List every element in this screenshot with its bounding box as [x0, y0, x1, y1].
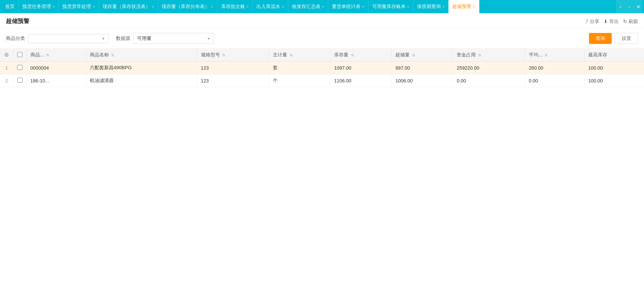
capital-use-label: 资金占用 [457, 52, 476, 58]
nav-arrows: ‹ › ✕ [616, 0, 643, 13]
table-header-product-name[interactable]: 商品名称 ⇅ [86, 49, 197, 62]
share-button[interactable]: ⤴ 分享 [586, 18, 599, 25]
share-label: 分享 [590, 18, 599, 25]
nav-close-batch-account[interactable]: × [246, 4, 249, 9]
nav-item-collect-summary[interactable]: 收发存汇总表 × [288, 0, 328, 13]
nav-item-inventory-dist[interactable]: 现存量（库存分布表） × [158, 0, 217, 13]
table-header-checkbox[interactable] [13, 49, 26, 62]
row-checkbox[interactable] [17, 78, 22, 83]
table-header-inventory[interactable]: 库存量 ⇅ [330, 49, 392, 62]
refresh-button[interactable]: ↻ 刷新 [623, 18, 638, 25]
inventory-cell: 1097.00 [330, 62, 392, 74]
avg-label: 平均... [529, 52, 542, 58]
nav-close-order-stats[interactable]: × [362, 4, 364, 9]
export-icon: ⬇ [604, 19, 608, 24]
nav-item-mixing-task[interactable]: 拣货任务管理 × [19, 0, 59, 13]
page-actions: ⤴ 分享 ⬇ 导出 ↻ 刷新 [586, 18, 638, 25]
row-number: 1 [0, 62, 13, 74]
capital-use-cell: 0.00 [453, 74, 525, 87]
max-stock-cell: 100.00 [585, 74, 644, 87]
product-name-label: 商品名称 [90, 52, 109, 58]
nav-close-mixing-task[interactable]: × [52, 4, 55, 9]
inventory-cell: 1106.00 [330, 74, 392, 87]
overstock-cell: 1006.00 [392, 74, 453, 87]
refresh-icon: ↻ [623, 19, 627, 24]
table-header-spec[interactable]: 规格型号 ⇅ [197, 49, 269, 62]
nav-item-in-out-flow[interactable]: 出入库流水 × [253, 0, 288, 13]
nav-close-overstock-warning[interactable]: × [473, 4, 475, 9]
nav-item-order-stats[interactable]: 要货单统计表 × [328, 0, 368, 13]
row-checkbox-cell[interactable] [13, 74, 26, 87]
spec-label: 规格型号 [201, 52, 220, 58]
page-content: 超储预警 ⤴ 分享 ⬇ 导出 ↻ 刷新 商品分类 ▾ 数据源 [0, 13, 644, 293]
page-title: 超储预警 [6, 18, 29, 25]
max-stock-cell: 100.00 [585, 62, 644, 74]
table-row: 2 186-10... 机油滤清器 123 个 1106.00 1006.00 … [0, 74, 644, 87]
unit-label: 主计量 [273, 52, 287, 58]
product-name-cell: 六配套新昌490BPG [86, 62, 197, 74]
nav-item-inventory-status[interactable]: 现存量（库存状况表） × [99, 0, 158, 13]
top-navigation: 首页拣货任务管理 ×拣货异常处理 ×现存量（库存状况表） ×现存量（库存分布表）… [0, 0, 644, 13]
nav-item-mixing-abnormal[interactable]: 拣货异常处理 × [59, 0, 99, 13]
nav-close-in-out-flow[interactable]: × [282, 4, 284, 9]
table-container: ⚙ 商品... ⇅ 商品名称 ⇅ 规格型号 ⇅ [0, 49, 644, 87]
datasource-select-value: 可用量 [137, 35, 151, 42]
query-button[interactable]: 查询 [589, 33, 612, 44]
unit-sort-icon: ⇅ [290, 53, 293, 57]
filter-actions: 查询 设置 [589, 33, 638, 44]
nav-item-overstock-warning[interactable]: 超储预警 × [449, 0, 479, 13]
table-header-unit[interactable]: 主计量 ⇅ [269, 49, 330, 62]
overstock-sort-icon: ⇅ [412, 53, 415, 57]
data-table: ⚙ 商品... ⇅ 商品名称 ⇅ 规格型号 ⇅ [0, 49, 644, 87]
nav-item-available-account[interactable]: 可用量库存账本 × [369, 0, 413, 13]
nav-close-available-account[interactable]: × [407, 4, 409, 9]
spec-cell: 123 [197, 62, 269, 74]
page-header: 超储预警 ⤴ 分享 ⬇ 导出 ↻ 刷新 [0, 13, 644, 29]
capital-use-sort-icon: ⇅ [478, 53, 481, 57]
avg-sort-icon: ⇅ [545, 53, 548, 57]
row-checkbox[interactable] [17, 65, 22, 70]
nav-arrow-left[interactable]: ‹ [616, 0, 625, 13]
table-row: 1 0000004 六配套新昌490BPG 123 套 1097.00 997.… [0, 62, 644, 74]
nav-close-quality-check[interactable]: × [442, 4, 444, 9]
table-header-max-stock[interactable]: 最高库存 [585, 49, 644, 62]
row-checkbox-cell[interactable] [13, 62, 26, 74]
nav-close-mixing-abnormal[interactable]: × [92, 4, 95, 9]
product-name-cell: 机油滤清器 [86, 74, 197, 87]
table-header-capital-use[interactable]: 资金占用 ⇅ [453, 49, 525, 62]
table-header-product-code[interactable]: 商品... ⇅ [26, 49, 86, 62]
nav-item-home[interactable]: 首页 [1, 0, 19, 13]
datasource-select[interactable]: 可用量 ▾ [133, 33, 214, 44]
overstock-label: 超储量 [395, 52, 410, 58]
table-header-row: ⚙ 商品... ⇅ 商品名称 ⇅ 规格型号 ⇅ [0, 49, 644, 62]
product-code-cell: 186-10... [26, 74, 86, 87]
product-code-label: 商品... [30, 52, 44, 58]
category-select[interactable]: ▾ [28, 34, 109, 43]
table-header-overstock[interactable]: 超储量 ⇅ [392, 49, 453, 62]
export-button[interactable]: ⬇ 导出 [604, 18, 619, 25]
settings-button[interactable]: 设置 [615, 33, 638, 44]
product-code-sort-icon: ⇅ [46, 53, 49, 57]
table-header-gear[interactable]: ⚙ [0, 49, 13, 62]
capital-use-cell: 259220.00 [453, 62, 525, 74]
datasource-chevron-icon: ▾ [208, 36, 210, 41]
spec-cell: 123 [197, 74, 269, 87]
unit-cell: 个 [269, 74, 330, 87]
nav-close-inventory-dist[interactable]: × [211, 4, 213, 9]
product-code-cell: 0000004 [26, 62, 86, 74]
nav-item-batch-account[interactable]: 库存批次账 × [217, 0, 253, 13]
nav-arrow-close[interactable]: ✕ [634, 0, 643, 13]
datasource-label: 数据源 [116, 35, 130, 42]
share-icon: ⤴ [586, 19, 588, 24]
inventory-sort-icon: ⇅ [351, 53, 354, 57]
product-name-sort-icon: ⇅ [111, 53, 114, 57]
table-header-avg[interactable]: 平均... ⇅ [525, 49, 584, 62]
gear-icon: ⚙ [4, 52, 9, 58]
category-chevron-icon: ▾ [102, 36, 105, 41]
select-all-checkbox[interactable] [17, 52, 22, 57]
nav-item-quality-check[interactable]: 保质期查询 × [413, 0, 449, 13]
nav-close-collect-summary[interactable]: × [322, 4, 324, 9]
nav-arrow-right[interactable]: › [625, 0, 634, 13]
row-number: 2 [0, 74, 13, 87]
nav-close-inventory-status[interactable]: × [152, 4, 154, 9]
